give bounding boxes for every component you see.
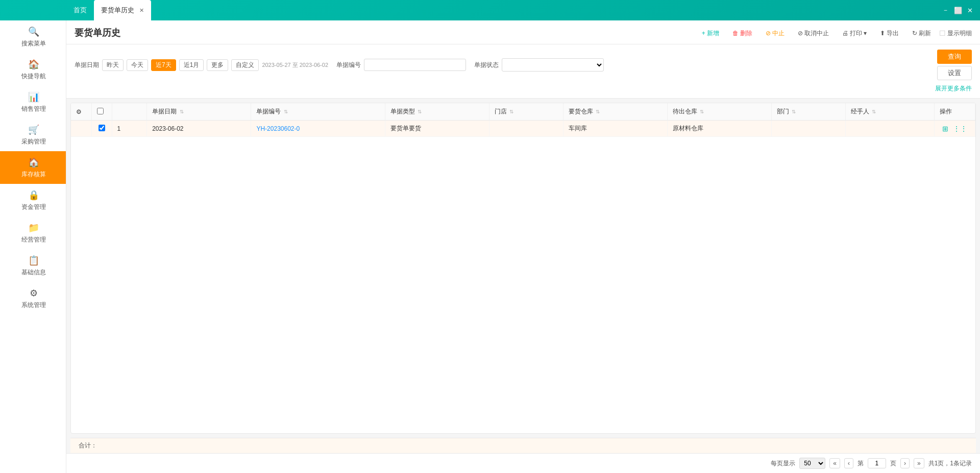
- more-action-icon[interactable]: ⋮⋮: [953, 125, 967, 133]
- th-type[interactable]: 单据类型 ⇅: [385, 103, 489, 121]
- new-button[interactable]: + 新增: [697, 27, 724, 40]
- sidebar-item-system-label: 系统管理: [21, 301, 46, 310]
- page-unit-label: 页: [890, 459, 896, 468]
- folder-icon: 📁: [28, 222, 39, 233]
- window-controls: － ⬜ ✕: [942, 6, 980, 15]
- td-no[interactable]: YH-20230602-0: [251, 121, 385, 137]
- top-bar: 首页 要货单历史 ✕ － ⬜ ✕: [0, 0, 980, 20]
- sidebar-item-purchase[interactable]: 🛒 采购管理: [0, 119, 66, 151]
- th-pending-warehouse[interactable]: 待出仓库 ⇅: [667, 103, 771, 121]
- td-actions: ⊞ ⋮⋮: [935, 121, 975, 137]
- print-button[interactable]: 🖨 打印 ▾: [837, 27, 872, 40]
- td-date: 2023-06-02: [147, 121, 251, 137]
- export-button[interactable]: ⬆ 导出: [875, 27, 904, 40]
- tab-home[interactable]: 首页: [66, 0, 94, 20]
- th-index: [112, 103, 147, 121]
- maximize-icon[interactable]: ⬜: [954, 7, 962, 14]
- filter-settings-button[interactable]: 设置: [937, 66, 972, 80]
- td-store: [489, 121, 563, 137]
- date-filter-label: 单据日期: [75, 61, 99, 69]
- sort-store-icon: ⇅: [509, 109, 513, 114]
- date-range-display: 2023-05-27 至 2023-06-02: [262, 61, 328, 69]
- display-detail-toggle[interactable]: ☐ 显示明细: [939, 29, 972, 38]
- sidebar-item-search[interactable]: 🔍 搜索菜单: [0, 20, 66, 53]
- sidebar-item-basic[interactable]: 📋 基础信息: [0, 249, 66, 282]
- select-all-checkbox[interactable]: [97, 108, 104, 114]
- th-req-warehouse[interactable]: 要货仓库 ⇅: [563, 103, 667, 121]
- doc-no-input[interactable]: [364, 59, 466, 71]
- date-filter-buttons: 昨天 今天 近7天 近1月 更多 自定义: [102, 59, 259, 71]
- sidebar-item-sales[interactable]: 📊 销售管理: [0, 86, 66, 119]
- expand-row: 展开更多条件: [75, 84, 972, 93]
- table-header-row: ⚙ 单据日期 ⇅ 单据编号 ⇅ 单据类型 ⇅: [71, 103, 975, 121]
- sidebar-item-basic-label: 基础信息: [21, 268, 46, 277]
- next-page-btn[interactable]: ›: [900, 458, 910, 468]
- cancel-stop-icon: ⊘: [798, 30, 803, 37]
- lock-icon: 🔒: [28, 190, 39, 201]
- date-yesterday-btn[interactable]: 昨天: [102, 59, 124, 71]
- sidebar-item-quicknav[interactable]: 🏠 快捷导航: [0, 53, 66, 86]
- td-checkbox[interactable]: [91, 121, 112, 137]
- page-size-select[interactable]: 50 100 200: [799, 458, 825, 469]
- stop-icon: ⊘: [766, 30, 771, 37]
- checkbox-icon: ☐: [939, 29, 946, 37]
- tab-home-label: 首页: [74, 6, 87, 15]
- query-button[interactable]: 查询: [937, 50, 972, 64]
- date-last1month-btn[interactable]: 近1月: [179, 59, 204, 71]
- filter-date-group: 单据日期 昨天 今天 近7天 近1月 更多 自定义 2023-05-27 至 2…: [75, 59, 328, 71]
- stop-button[interactable]: ⊘ 中止: [761, 27, 790, 40]
- sidebar-item-operations[interactable]: 📁 经营管理: [0, 217, 66, 249]
- date-today-btn[interactable]: 今天: [127, 59, 148, 71]
- expand-more-btn[interactable]: 展开更多条件: [935, 84, 972, 93]
- date-custom-btn[interactable]: 自定义: [231, 59, 259, 71]
- th-date[interactable]: 单据日期 ⇅: [147, 103, 251, 121]
- sidebar: 🔍 搜索菜单 🏠 快捷导航 📊 销售管理 🛒 采购管理 🏠 库存核算 🔒 资金管…: [0, 20, 66, 473]
- sidebar-item-purchase-label: 采购管理: [21, 137, 46, 146]
- delete-button[interactable]: 🗑 删除: [727, 27, 757, 40]
- sort-date-icon: ⇅: [180, 109, 184, 114]
- th-no[interactable]: 单据编号 ⇅: [251, 103, 385, 121]
- minimize-icon[interactable]: －: [942, 6, 949, 15]
- page-number-input[interactable]: [868, 458, 886, 468]
- date-more-btn[interactable]: 更多: [207, 59, 228, 71]
- prev-page-btn[interactable]: ‹: [844, 458, 853, 468]
- tab-yaohuodan[interactable]: 要货单历史 ✕: [94, 0, 151, 20]
- tab-close-icon[interactable]: ✕: [139, 7, 144, 14]
- last-page-btn[interactable]: »: [914, 458, 924, 468]
- sidebar-item-system[interactable]: ⚙ 系统管理: [0, 282, 66, 315]
- home-icon: 🏠: [28, 59, 39, 70]
- print-icon: 🖨: [842, 30, 848, 37]
- filter-action-buttons: 查询 设置: [937, 50, 972, 80]
- total-info-label: 共1页，1条记录: [928, 459, 972, 468]
- inventory-icon: 🏠: [28, 157, 39, 168]
- th-checkbox[interactable]: [91, 103, 112, 121]
- table-footer: 合计：: [70, 438, 976, 453]
- td-handler: [845, 121, 934, 137]
- th-handler[interactable]: 经手人 ⇅: [845, 103, 934, 121]
- doc-status-select[interactable]: [502, 58, 604, 72]
- view-action-icon[interactable]: ⊞: [942, 125, 948, 133]
- sidebar-item-sales-label: 销售管理: [21, 105, 46, 113]
- sidebar-item-finance[interactable]: 🔒 资金管理: [0, 184, 66, 217]
- date-last7-btn[interactable]: 近7天: [151, 59, 176, 71]
- first-page-btn[interactable]: «: [829, 458, 840, 468]
- refresh-button[interactable]: ↻ 刷新: [907, 27, 936, 40]
- row-checkbox[interactable]: [99, 125, 105, 131]
- sort-no-icon: ⇅: [284, 109, 288, 114]
- cart-icon: 🛒: [28, 124, 39, 135]
- th-dept[interactable]: 部门 ⇅: [771, 103, 845, 121]
- sidebar-item-inventory[interactable]: 🏠 库存核算: [0, 151, 66, 184]
- sort-type-icon: ⇅: [418, 109, 422, 114]
- page-label: 第: [857, 459, 864, 468]
- close-window-icon[interactable]: ✕: [967, 7, 973, 14]
- pagination-bar: 每页显示 50 100 200 « ‹ 第 页 › » 共1页，1条记录: [66, 453, 980, 473]
- cancel-stop-button[interactable]: ⊘ 取消中止: [793, 27, 834, 40]
- th-settings[interactable]: ⚙: [71, 103, 91, 121]
- sidebar-item-quicknav-label: 快捷导航: [21, 72, 46, 81]
- doc-link[interactable]: YH-20230602-0: [256, 125, 300, 132]
- th-store[interactable]: 门店 ⇅: [489, 103, 563, 121]
- th-actions: 操作: [935, 103, 975, 121]
- sidebar-item-inventory-label: 库存核算: [21, 170, 46, 179]
- doc-no-filter-label: 单据编号: [336, 61, 361, 69]
- td-req-warehouse: 车间库: [563, 121, 667, 137]
